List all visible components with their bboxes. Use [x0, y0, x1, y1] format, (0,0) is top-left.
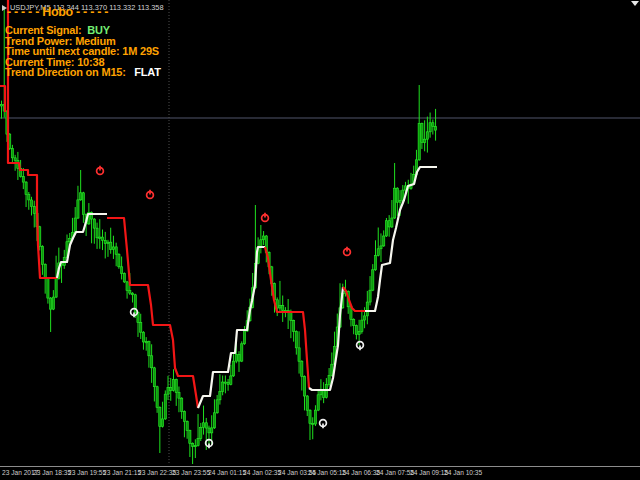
candle: [426, 117, 428, 153]
candle: [396, 187, 398, 216]
time-axis-label: 24 Jan 02:35: [243, 469, 281, 476]
candle: [418, 85, 420, 161]
candle: [309, 409, 311, 440]
candle: [200, 423, 202, 441]
candle: [145, 337, 147, 351]
candle: [383, 230, 385, 246]
m15-direction-value: FLAT: [134, 66, 161, 78]
candle: [429, 113, 431, 138]
candle: [216, 395, 218, 414]
candle: [325, 378, 327, 398]
candle: [306, 395, 308, 416]
candle: [407, 180, 409, 204]
candle: [293, 320, 295, 342]
candle: [303, 375, 305, 410]
candle: [110, 228, 112, 254]
candle: [115, 243, 117, 267]
candle: [170, 378, 172, 401]
candle: [28, 192, 30, 210]
candle: [192, 442, 194, 464]
candle: [331, 353, 333, 377]
trend-step-line-red: [343, 287, 365, 311]
candle: [424, 120, 426, 151]
candle: [104, 232, 106, 259]
candle: [197, 414, 199, 446]
candle: [314, 405, 316, 426]
candle: [410, 173, 412, 190]
indicator-row-m15-direction: Trend Direction on M15: FLAT: [5, 67, 161, 78]
candle: [295, 330, 297, 354]
candle: [41, 245, 43, 275]
candle: [219, 374, 221, 404]
candle: [183, 410, 185, 437]
candle: [262, 231, 264, 245]
candle: [121, 257, 123, 280]
time-axis-label: 23 Jan 21:15: [103, 469, 141, 476]
candle: [137, 312, 139, 337]
candle: [380, 233, 382, 262]
candle: [77, 186, 79, 219]
candle: [369, 276, 371, 305]
candle: [243, 326, 245, 345]
candle: [189, 430, 191, 457]
time-axis-label: 24 Jan 09:15: [410, 469, 448, 476]
candle: [52, 290, 54, 310]
indicator-title: - - - - - Hobo - - - - -: [7, 5, 161, 19]
candle: [90, 211, 92, 243]
candle: [159, 406, 161, 453]
candle: [202, 406, 204, 435]
candle: [101, 230, 103, 251]
candle: [353, 318, 355, 334]
candle: [107, 240, 109, 257]
hobo-indicator-panel: - - - - - Hobo - - - - - Current Signal:…: [5, 5, 161, 78]
candle: [186, 420, 188, 438]
sell-signal-icon: [97, 166, 104, 175]
trend-step-line-red: [0, 86, 5, 112]
candle: [178, 387, 180, 413]
candle: [82, 192, 84, 223]
mt4-chart-window: USDJPY,M5 113.344 113.370 113.332 113.35…: [0, 0, 640, 480]
buy-signal-icon: [357, 342, 364, 351]
candle: [118, 253, 120, 269]
candle: [432, 120, 434, 135]
candle: [224, 375, 226, 393]
time-axis-label: 24 Jan 01:15: [208, 469, 246, 476]
candle: [123, 272, 125, 283]
candle: [317, 390, 319, 411]
candle: [238, 351, 240, 372]
candle: [0, 101, 2, 119]
candle: [374, 240, 376, 270]
candle: [355, 325, 357, 340]
time-axis-label: 23 Jan 22:35: [138, 469, 176, 476]
candle: [126, 281, 128, 299]
candle: [181, 397, 183, 419]
candle: [222, 376, 224, 396]
candle: [50, 297, 52, 332]
candle: [93, 218, 95, 244]
candle: [385, 218, 387, 237]
candle: [112, 236, 114, 259]
time-axis-label: 23 Jan 18:35: [33, 469, 71, 476]
candle: [241, 341, 243, 362]
candle: [287, 299, 289, 329]
candle: [434, 109, 436, 141]
candle: [25, 181, 27, 207]
candle: [290, 310, 292, 339]
candle: [131, 292, 133, 302]
candle: [63, 250, 65, 269]
candle: [99, 219, 101, 249]
chart-shift-marker[interactable]: [631, 1, 639, 6]
candle: [388, 215, 390, 237]
time-axis-label: 23 Jan 19:55: [68, 469, 106, 476]
candle: [140, 314, 142, 339]
time-axis[interactable]: 23 Jan 201723 Jan 18:3523 Jan 19:5523 Ja…: [0, 466, 640, 480]
time-axis-label: 24 Jan 06:35: [342, 469, 380, 476]
candle: [361, 310, 363, 334]
row-label: Trend Direction on M15:: [5, 66, 134, 78]
candle: [282, 296, 284, 322]
sell-signal-icon: [262, 213, 269, 222]
candle: [164, 390, 166, 419]
candle: [323, 382, 325, 403]
candle: [194, 439, 196, 458]
trend-step-line-white: [309, 287, 343, 390]
